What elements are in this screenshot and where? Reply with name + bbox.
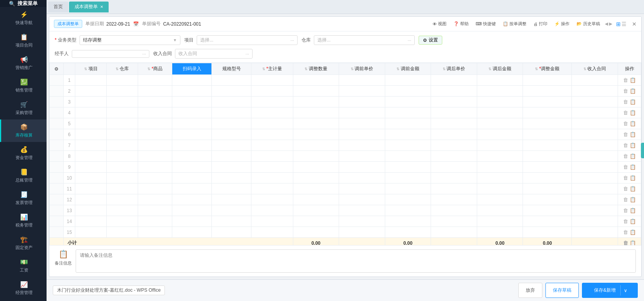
cell-spec-11[interactable]: [212, 183, 251, 194]
cell-before-price-2[interactable]: [339, 86, 385, 97]
cell-product-7[interactable]: [138, 140, 172, 151]
sidebar-item-project-contract[interactable]: 📋项目合同: [0, 29, 47, 52]
cell-before-amount-3[interactable]: [385, 97, 431, 107]
cell-after-amount-4[interactable]: [477, 107, 523, 118]
cell-warehouse-1[interactable]: [107, 75, 138, 86]
sidebar-item-ledger-mgmt[interactable]: 📒总账管理: [0, 164, 47, 187]
delete-icon-10[interactable]: 🗑: [623, 175, 628, 181]
cell-warehouse-14[interactable]: [107, 216, 138, 227]
cell-project-6[interactable]: [75, 129, 107, 140]
cell-product-15[interactable]: [138, 227, 172, 238]
cell-warehouse-4[interactable]: [107, 107, 138, 118]
cell-before-price-9[interactable]: [339, 162, 385, 173]
cell-after-amount-14[interactable]: [477, 216, 523, 227]
list-view-icon[interactable]: ☰: [621, 21, 627, 27]
cell-scan-13[interactable]: [172, 205, 212, 216]
cell-adjust-amount-7[interactable]: [523, 140, 572, 151]
cell-spec-14[interactable]: [212, 216, 251, 227]
save-draft-btn[interactable]: 保存草稿: [545, 283, 579, 298]
cell-product-13[interactable]: [138, 205, 172, 216]
cell-income-contract-9[interactable]: [572, 162, 618, 173]
sidebar-search-label[interactable]: 搜索菜单: [17, 0, 38, 7]
cell-after-amount-5[interactable]: [477, 118, 523, 129]
cell-after-price-8[interactable]: [431, 151, 477, 162]
income-contract-select[interactable]: 收入合同 ···: [175, 49, 253, 59]
cell-spec-1[interactable]: [212, 75, 251, 86]
handler-dots[interactable]: ···: [142, 52, 146, 56]
cell-before-amount-2[interactable]: [385, 86, 431, 97]
calendar-icon[interactable]: 📅: [133, 21, 139, 27]
delete-icon-6[interactable]: 🗑: [623, 131, 628, 137]
cell-before-amount-9[interactable]: [385, 162, 431, 173]
cell-scan-12[interactable]: [172, 194, 212, 205]
cell-scan-3[interactable]: [172, 97, 212, 107]
cell-after-price-6[interactable]: [431, 129, 477, 140]
cell-spec-12[interactable]: [212, 194, 251, 205]
cell-before-amount-4[interactable]: [385, 107, 431, 118]
cell-project-12[interactable]: [75, 194, 107, 205]
cell-adjust-amount-5[interactable]: [523, 118, 572, 129]
cell-before-amount-8[interactable]: [385, 151, 431, 162]
cell-before-price-10[interactable]: [339, 173, 385, 183]
sidebar-item-purchase-mgmt[interactable]: 🛒采购管理: [0, 97, 47, 119]
cell-product-10[interactable]: [138, 173, 172, 183]
cell-product-3[interactable]: [138, 97, 172, 107]
cell-scan-5[interactable]: [172, 118, 212, 129]
shortcut-btn[interactable]: ⌨ 快捷键: [473, 20, 498, 28]
save-new-btn[interactable]: 保存&新增 ∨: [582, 283, 638, 298]
cell-unit-1[interactable]: [251, 75, 293, 86]
copy-icon-13[interactable]: 📋: [630, 208, 636, 213]
sidebar-item-finance-mgmt[interactable]: 💰资金管理: [0, 142, 47, 164]
cell-after-price-1[interactable]: [431, 75, 477, 86]
cell-income-contract-4[interactable]: [572, 107, 618, 118]
cell-product-9[interactable]: [138, 162, 172, 173]
cell-scan-15[interactable]: [172, 227, 212, 238]
cell-after-price-15[interactable]: [431, 227, 477, 238]
cell-after-price-11[interactable]: [431, 183, 477, 194]
cell-unit-11[interactable]: [251, 183, 293, 194]
cell-unit-13[interactable]: [251, 205, 293, 216]
cell-unit-7[interactable]: [251, 140, 293, 151]
cell-after-amount-8[interactable]: [477, 151, 523, 162]
print-btn[interactable]: 🖨 打印: [531, 20, 550, 28]
cell-warehouse-8[interactable]: [107, 151, 138, 162]
nav-next-icon[interactable]: ▶: [609, 21, 612, 26]
cell-before-price-1[interactable]: [339, 75, 385, 86]
cell-unit-14[interactable]: [251, 216, 293, 227]
copy-icon-12[interactable]: 📋: [630, 197, 636, 202]
cell-qty-2[interactable]: [293, 86, 339, 97]
cell-after-amount-1[interactable]: [477, 75, 523, 86]
cell-warehouse-15[interactable]: [107, 227, 138, 238]
cell-scan-7[interactable]: [172, 140, 212, 151]
sidebar-item-ops-mgmt[interactable]: 📈经营管理: [0, 277, 47, 299]
cell-scan-1[interactable]: [172, 75, 212, 86]
cell-qty-3[interactable]: [293, 97, 339, 107]
cell-warehouse-12[interactable]: [107, 194, 138, 205]
cell-after-price-12[interactable]: [431, 194, 477, 205]
cell-unit-10[interactable]: [251, 173, 293, 183]
copy-icon-1[interactable]: 📋: [630, 77, 636, 83]
cell-qty-12[interactable]: [293, 194, 339, 205]
col-scan[interactable]: 扫码录入: [172, 63, 212, 75]
cell-unit-5[interactable]: [251, 118, 293, 129]
cell-before-amount-11[interactable]: [385, 183, 431, 194]
copy-icon-2[interactable]: 📋: [630, 88, 636, 94]
cell-before-price-15[interactable]: [339, 227, 385, 238]
cell-product-14[interactable]: [138, 216, 172, 227]
delete-icon-14[interactable]: 🗑: [623, 218, 628, 224]
handler-select[interactable]: ···: [72, 50, 149, 58]
cell-income-contract-3[interactable]: [572, 97, 618, 107]
cell-product-6[interactable]: [138, 129, 172, 140]
cell-unit-2[interactable]: [251, 86, 293, 97]
sidebar-item-basic-info[interactable]: 🗂️基础信息: [0, 299, 47, 301]
cell-adjust-amount-6[interactable]: [523, 129, 572, 140]
cell-after-price-3[interactable]: [431, 97, 477, 107]
income-contract-dots[interactable]: ···: [246, 52, 249, 56]
tab-close-cost-adjust[interactable]: ✕: [100, 5, 103, 9]
cell-spec-5[interactable]: [212, 118, 251, 129]
cell-spec-7[interactable]: [212, 140, 251, 151]
cell-product-5[interactable]: [138, 118, 172, 129]
delete-icon-2[interactable]: 🗑: [623, 88, 628, 94]
cell-before-price-14[interactable]: [339, 216, 385, 227]
cell-unit-8[interactable]: [251, 151, 293, 162]
